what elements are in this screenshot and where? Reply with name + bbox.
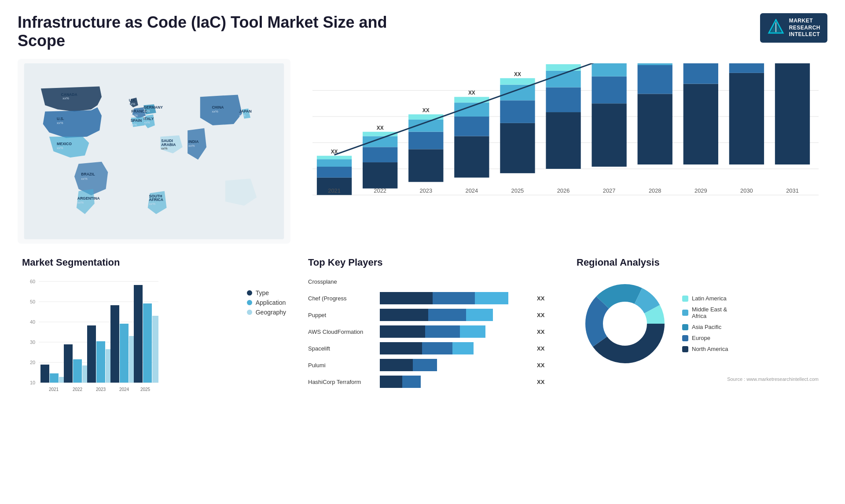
world-map: CANADA xx% U.S. xx% MEXICO xx% BRAZIL xx…	[22, 63, 286, 239]
svg-text:xx%: xx%	[129, 102, 136, 106]
player-bar	[380, 342, 531, 354]
svg-text:2024: 2024	[466, 187, 478, 194]
legend-label-europe: Europe	[692, 335, 710, 341]
legend-dot-latin	[682, 296, 688, 302]
player-name: AWS CloudFormation	[308, 329, 376, 335]
player-bar	[380, 325, 531, 338]
legend-label-asia: Asia Pacific	[692, 324, 721, 330]
legend-dot-mea	[682, 310, 688, 316]
svg-text:JAPAN: JAPAN	[239, 109, 251, 113]
svg-rect-135	[152, 316, 158, 383]
svg-text:GERMANY: GERMANY	[143, 105, 163, 110]
svg-rect-125	[87, 325, 96, 383]
legend-asia: Asia Pacific	[682, 324, 728, 330]
legend-type-dot	[247, 290, 252, 296]
svg-rect-47	[363, 162, 397, 188]
svg-text:xx%: xx%	[131, 123, 137, 127]
svg-text:2021: 2021	[328, 187, 341, 194]
svg-text:CHINA: CHINA	[212, 105, 224, 110]
logo: MARKETRESEARCHINTELLECT	[760, 13, 827, 43]
svg-text:xx%: xx%	[77, 201, 84, 205]
svg-rect-55	[408, 120, 443, 132]
svg-rect-68	[500, 78, 535, 85]
svg-rect-44	[317, 156, 352, 159]
svg-rect-49	[363, 136, 397, 147]
legend-type-label: Type	[256, 289, 269, 296]
svg-text:50: 50	[30, 299, 35, 304]
player-bar	[380, 275, 531, 288]
svg-text:ARGENTINA: ARGENTINA	[77, 196, 100, 201]
donut-chart	[577, 275, 673, 372]
regional-chart-area: Latin America Middle East &Africa Asia P…	[577, 275, 819, 372]
legend-latin-america: Latin America	[682, 295, 728, 302]
svg-rect-66	[500, 100, 535, 123]
svg-text:xx%: xx%	[62, 96, 69, 100]
page-header: Infrastructure as Code (IaC) Tool Market…	[18, 13, 827, 50]
svg-rect-97	[775, 63, 810, 164]
legend-label-mea: Middle East &Africa	[692, 306, 727, 319]
player-value: XX	[537, 329, 550, 335]
svg-text:xx%: xx%	[143, 121, 150, 124]
svg-text:2030: 2030	[740, 187, 753, 194]
svg-text:U.K.: U.K.	[129, 98, 136, 102]
svg-text:ITALY: ITALY	[143, 117, 154, 121]
regional-legend: Latin America Middle East &Africa Asia P…	[682, 295, 728, 352]
svg-text:XX: XX	[514, 71, 521, 77]
svg-rect-67	[500, 85, 535, 101]
player-name: Puppet	[308, 312, 376, 318]
player-value: XX	[537, 362, 550, 369]
svg-text:xx%: xx%	[132, 113, 138, 117]
player-row-hashicorp: HashiCorp Terraform XX	[308, 376, 550, 388]
player-bar	[380, 376, 531, 388]
map-section: CANADA xx% U.S. xx% MEXICO xx% BRAZIL xx…	[18, 59, 290, 244]
svg-rect-92	[729, 73, 764, 164]
svg-text:xx%: xx%	[81, 177, 88, 181]
svg-text:XX: XX	[377, 125, 384, 131]
growth-chart-section: 2021 XX 2022 XX 2023 XX	[299, 59, 827, 244]
segmentation-section: Market Segmentation 60 50 40 30 20 10	[18, 252, 290, 405]
player-value: XX	[537, 312, 550, 318]
svg-text:30: 30	[30, 340, 35, 345]
player-name: Crossplane	[308, 278, 376, 285]
svg-rect-59	[454, 136, 489, 178]
svg-text:2022: 2022	[73, 387, 83, 392]
player-row-crossplane: Crossplane	[308, 275, 550, 288]
svg-rect-87	[683, 84, 718, 164]
player-row-chef: Chef (Progress XX	[308, 292, 550, 304]
svg-text:2029: 2029	[694, 187, 707, 194]
legend-geography: Geography	[247, 309, 286, 316]
player-bar	[380, 359, 531, 371]
svg-text:2025: 2025	[511, 187, 524, 194]
svg-text:2021: 2021	[49, 387, 59, 392]
svg-text:U.S.: U.S.	[57, 117, 64, 121]
svg-text:2026: 2026	[557, 187, 570, 194]
source-text: Source : www.marketresearchintellect.com	[577, 376, 819, 382]
player-row-spacelift: Spacelift XX	[308, 342, 550, 354]
svg-rect-65	[500, 123, 535, 173]
legend-dot-europe	[682, 335, 688, 341]
legend-geography-label: Geography	[256, 309, 286, 316]
segmentation-title: Market Segmentation	[22, 257, 286, 268]
legend-type: Type	[247, 289, 286, 296]
svg-rect-133	[134, 285, 143, 383]
svg-rect-122	[73, 359, 82, 383]
regional-title: Regional Analysis	[577, 257, 819, 268]
svg-rect-83	[638, 65, 672, 94]
legend-label-latin: Latin America	[692, 295, 727, 302]
player-name: HashiCorp Terraform	[308, 379, 376, 385]
svg-text:xx%: xx%	[57, 146, 63, 150]
legend-label-north-america: North America	[692, 346, 728, 352]
svg-rect-48	[363, 147, 397, 162]
svg-text:xx%: xx%	[188, 144, 195, 148]
legend-north-america: North America	[682, 346, 728, 352]
logo-text: MARKETRESEARCHINTELLECT	[789, 18, 820, 38]
svg-rect-77	[592, 103, 626, 167]
svg-rect-72	[546, 88, 580, 113]
svg-rect-88	[683, 63, 718, 84]
svg-text:AFRICA: AFRICA	[149, 197, 163, 202]
svg-text:BRAZIL: BRAZIL	[81, 172, 95, 176]
svg-rect-82	[638, 94, 672, 164]
player-name: Spacelift	[308, 345, 376, 352]
svg-text:20: 20	[30, 360, 35, 365]
svg-rect-42	[317, 167, 352, 178]
